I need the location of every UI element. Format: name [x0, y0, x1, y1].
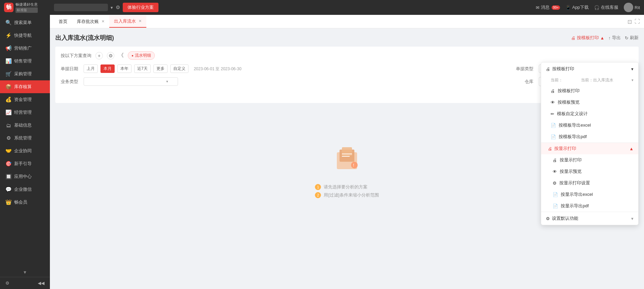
user-avatar-item[interactable]: Rit: [624, 3, 640, 12]
sidebar-item-quick-nav[interactable]: ⚡ 快捷导航: [0, 29, 50, 42]
print-icon: 🖨: [571, 35, 576, 41]
sidebar-item-enterprise[interactable]: 🤝 企业协同: [0, 144, 50, 157]
marketing-icon: 📢: [5, 45, 11, 51]
current-label-chevron: ▾: [632, 78, 634, 82]
dropdown-item-template-preview[interactable]: 👁 按模板预览: [541, 97, 638, 108]
print-template-icon: 🖨: [546, 67, 550, 72]
sidebar-item-base[interactable]: 🗂 基础信息: [0, 119, 50, 132]
dropdown-item-display-pdf[interactable]: 📄 按显示导出pdf: [541, 200, 638, 212]
business-type-select[interactable]: ▾: [84, 77, 178, 86]
dropdown-item-display-print[interactable]: 🖨 按显示打印: [541, 154, 638, 166]
page-title: 出入库流水(流水明细): [55, 34, 114, 42]
date-btn-custom[interactable]: 自定义: [170, 64, 188, 73]
sidebar: 🔍 搜索菜单 ⚡ 快捷导航 📢 营销推广 📊 销售管理 🛒 采购管理 📦: [0, 15, 50, 289]
step-num-1: 1: [315, 184, 321, 190]
member-icon: 👑: [5, 199, 11, 205]
business-type-label: 业务类型: [61, 79, 78, 85]
sidebar-item-marketing[interactable]: 📢 营销推广: [0, 42, 50, 55]
logo-tag: 标准版: [16, 7, 38, 13]
header-search-input[interactable]: [54, 4, 108, 11]
date-btn-current-year[interactable]: 本年: [117, 64, 131, 73]
header-settings-icon[interactable]: ⚙: [116, 4, 120, 10]
enterprise-icon: 🤝: [5, 148, 11, 154]
template-preview-icon: 👁: [551, 100, 555, 105]
page-content: 出入库流水(流水明细) 🖨 按模板打印 ▲ ↑ 导出 ↻ 刷新: [50, 28, 644, 289]
empty-svg: !: [330, 142, 364, 176]
sidebar-item-label-sales: 销售管理: [14, 58, 32, 64]
sidebar-collapse-icon[interactable]: ◀◀: [38, 281, 45, 286]
purchase-icon: 🛒: [5, 71, 11, 77]
sidebar-scroll-down[interactable]: ▼: [0, 268, 50, 277]
user-avatar: [624, 3, 633, 12]
tab-minimize-icon[interactable]: ⊡: [627, 18, 632, 25]
display-excel-icon: 📄: [553, 192, 558, 197]
tab-flow[interactable]: 出入库流水 ✕: [109, 16, 146, 28]
refresh-icon: ↻: [625, 35, 628, 41]
dropdown-section-template-header[interactable]: 🖨 按模板打印 ▾: [541, 62, 638, 75]
empty-steps: 1 请先选择要分析的方案 2 用[过滤]条件来缩小分析范围: [315, 184, 379, 200]
tab-home[interactable]: 首页: [54, 16, 72, 27]
tab-batch-ledger-close[interactable]: ✕: [101, 19, 105, 24]
display-pdf-label: 按显示导出pdf: [561, 203, 589, 209]
header-chevron-icon[interactable]: ▾: [111, 5, 113, 10]
display-pdf-icon: 📄: [553, 204, 558, 209]
sidebar-item-label-guide: 新手引导: [14, 161, 32, 167]
refresh-btn[interactable]: ↻ 刷新: [625, 35, 639, 41]
export-icon: ↑: [609, 35, 611, 41]
tab-batch-ledger[interactable]: 库存批次账 ✕: [72, 16, 109, 27]
sidebar-item-system[interactable]: ⚙ 系统管理: [0, 132, 50, 144]
dropdown-item-template-design[interactable]: ✏ 模板自定义设计: [541, 108, 638, 120]
sales-icon: 📊: [5, 58, 11, 64]
date-btn-current-month[interactable]: 本月: [100, 64, 115, 73]
sidebar-item-app-center[interactable]: 🔲 应用中心: [0, 170, 50, 183]
message-badge: 99+: [552, 5, 560, 10]
sidebar-item-operations[interactable]: 📈 经营管理: [0, 106, 50, 119]
tab-maximize-icon[interactable]: ⛶: [635, 19, 640, 25]
settings-filter-btn[interactable]: ⚙: [107, 52, 114, 59]
dropdown-section-template-label: 按模板打印: [552, 66, 574, 72]
dropdown-item-template-pdf[interactable]: 📄 按模板导出pdf: [541, 131, 638, 142]
display-excel-label: 按显示导出excel: [561, 191, 593, 198]
sidebar-settings-icon[interactable]: ⚙: [5, 281, 9, 286]
inventory-icon: 📦: [5, 84, 11, 90]
sidebar-item-label-app-center: 应用中心: [14, 174, 32, 180]
dropdown-footer[interactable]: ⚙ 设置默认功能 ▾: [541, 212, 638, 225]
date-btn-recent-7[interactable]: 近7天: [134, 64, 151, 73]
dropdown-item-display-preview[interactable]: 👁 按显示预览: [541, 166, 638, 177]
add-filter-btn[interactable]: +: [95, 52, 103, 59]
svg-text:!: !: [353, 163, 354, 168]
app-download-item[interactable]: 📱 App下载: [565, 4, 589, 10]
sidebar-item-sales[interactable]: 📊 销售管理: [0, 55, 50, 68]
sidebar-item-guide[interactable]: 🎯 新手引导: [0, 157, 50, 170]
collapse-filter-btn[interactable]: 《: [118, 52, 124, 59]
sidebar-item-member[interactable]: 👑 畅会员: [0, 196, 50, 209]
sidebar-item-wechat[interactable]: 💬 企业微信: [0, 183, 50, 196]
sidebar-item-label-base: 基础信息: [14, 122, 32, 128]
print-btn[interactable]: 🖨 按模板打印 ▲: [571, 35, 605, 41]
flow-detail-tag[interactable]: ● 流水明细: [128, 51, 155, 60]
sidebar-item-search-menu[interactable]: 🔍 搜索菜单: [0, 16, 50, 29]
sidebar-item-finance[interactable]: 💰 资金管理: [0, 93, 50, 106]
industry-btn[interactable]: 体验行业方案: [123, 3, 158, 12]
online-service-item[interactable]: 🎧 在线客服: [594, 4, 618, 10]
date-filter-buttons: 上月 本月 本年 近7天 更多 自定义: [84, 64, 188, 73]
headset-icon: 🎧: [594, 5, 599, 10]
template-print-label: 按模板打印: [558, 88, 580, 94]
page-actions: 🖨 按模板打印 ▲ ↑ 导出 ↻ 刷新: [571, 35, 639, 41]
sidebar-item-inventory[interactable]: 📦 库存核算: [0, 80, 50, 93]
dropdown-item-display-settings[interactable]: ⚙ 按显示打印设置: [541, 177, 638, 189]
dropdown-item-display-excel[interactable]: 📄 按显示导出excel: [541, 189, 638, 200]
dropdown-item-template-print[interactable]: 🖨 按模板打印: [541, 85, 638, 97]
top-header: 畅 畅捷通好生意 标准版 ▾ ⚙ 体验行业方案 ✉ 消息 99+ 📱 App下载…: [0, 0, 644, 15]
finance-icon: 💰: [5, 97, 11, 103]
date-btn-last-month[interactable]: 上月: [84, 64, 98, 73]
dropdown-item-template-excel[interactable]: 📄 按模板导出excel: [541, 120, 638, 131]
tab-flow-close[interactable]: ✕: [139, 19, 142, 23]
sidebar-item-purchase[interactable]: 🛒 采购管理: [0, 68, 50, 80]
logo-area: 畅 畅捷通好生意 标准版: [4, 2, 54, 12]
message-item[interactable]: ✉ 消息 99+: [536, 4, 560, 10]
filter-tag-label: 流水明细: [135, 53, 151, 58]
date-btn-more[interactable]: 更多: [153, 64, 168, 73]
dropdown-section-display-header[interactable]: 🖨 按显示打印 ▲: [541, 143, 638, 154]
export-btn[interactable]: ↑ 导出: [609, 35, 621, 41]
